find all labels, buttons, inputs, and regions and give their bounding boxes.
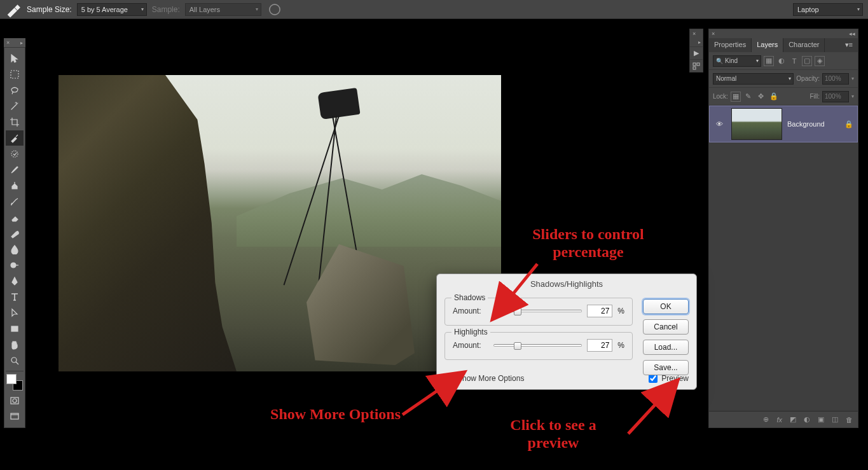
svg-line-12 bbox=[510, 264, 537, 298]
tab-properties[interactable]: Properties bbox=[709, 38, 752, 52]
pixel-filter-icon[interactable]: ▦ bbox=[764, 56, 774, 66]
brush-tool[interactable] bbox=[6, 162, 24, 177]
dodge-tool[interactable] bbox=[6, 258, 24, 273]
panel-header[interactable]: ×◂◂ bbox=[709, 29, 858, 38]
sample-dropdown: All Layers ▾ bbox=[185, 3, 261, 16]
lock-icon[interactable]: 🔒 bbox=[844, 120, 857, 128]
collapsed-dock[interactable]: × ▸ ▶ bbox=[689, 29, 703, 73]
svg-point-3 bbox=[11, 263, 16, 268]
opacity-value[interactable]: 100% bbox=[822, 73, 849, 85]
eyedropper-tool[interactable] bbox=[6, 130, 24, 146]
fill-value[interactable]: 100% bbox=[822, 91, 849, 102]
lasso-tool[interactable] bbox=[6, 83, 24, 98]
svg-rect-9 bbox=[693, 63, 696, 66]
preview-checkbox[interactable]: Preview bbox=[649, 374, 689, 383]
layer-name[interactable]: Background bbox=[785, 120, 844, 128]
toolbar-header[interactable]: ×▸ bbox=[4, 38, 25, 47]
layer-list: 👁 Background 🔒 bbox=[709, 106, 858, 411]
layer-row-background[interactable]: 👁 Background 🔒 bbox=[709, 106, 858, 142]
close-icon[interactable]: × bbox=[690, 29, 703, 38]
new-layer-icon[interactable]: ◫ bbox=[832, 415, 838, 424]
adjustment-layer-icon[interactable]: ◐ bbox=[804, 415, 810, 424]
play-icon[interactable]: ▶ bbox=[690, 46, 703, 59]
panel-icon[interactable] bbox=[690, 59, 703, 72]
layers-panel: ×◂◂ Properties Layers Character ▾≡ 🔍Kind… bbox=[708, 29, 858, 428]
lock-transparency-icon[interactable]: ▦ bbox=[731, 92, 741, 102]
trash-icon[interactable]: 🗑 bbox=[846, 416, 853, 424]
move-tool[interactable] bbox=[6, 51, 24, 66]
lock-position-icon[interactable]: ✥ bbox=[756, 92, 766, 102]
chevron-down-icon: ▾ bbox=[857, 6, 860, 12]
blur-tool[interactable] bbox=[6, 242, 24, 257]
eyedropper-tool-icon[interactable] bbox=[5, 3, 22, 16]
shadows-legend: Shadows bbox=[451, 293, 488, 302]
show-more-label: Show More Options bbox=[457, 374, 524, 383]
foreground-color-swatch[interactable] bbox=[6, 374, 17, 384]
canvas-image[interactable] bbox=[59, 75, 501, 371]
highlights-amount-input[interactable] bbox=[587, 339, 612, 352]
eraser-tool[interactable] bbox=[6, 210, 24, 225]
collapse-icon[interactable]: ◂◂ bbox=[849, 31, 855, 37]
group-icon[interactable]: ▣ bbox=[818, 415, 824, 424]
gradient-tool[interactable] bbox=[6, 226, 24, 241]
tab-layers[interactable]: Layers bbox=[752, 38, 783, 52]
panel-menu-icon[interactable]: ▾≡ bbox=[840, 38, 858, 52]
shape-filter-icon[interactable]: ▢ bbox=[802, 56, 812, 66]
preview-checkbox-input[interactable] bbox=[649, 374, 658, 383]
blend-row: Normal▾ Opacity: 100% ▾ bbox=[709, 70, 858, 88]
load-button[interactable]: Load... bbox=[643, 340, 689, 355]
blend-mode-dropdown[interactable]: Normal▾ bbox=[713, 73, 794, 85]
ok-button[interactable]: OK bbox=[643, 299, 689, 314]
shadows-amount-label: Amount: bbox=[453, 307, 488, 315]
slider-thumb-icon[interactable] bbox=[514, 342, 521, 350]
close-icon[interactable]: × bbox=[4, 39, 10, 46]
clone-stamp-tool[interactable] bbox=[6, 178, 24, 193]
quick-mask-toggle[interactable] bbox=[6, 393, 24, 408]
layer-thumbnail[interactable] bbox=[731, 108, 782, 140]
crop-tool[interactable] bbox=[6, 114, 24, 130]
annotation-sliders: Sliders to control percentage bbox=[509, 226, 668, 261]
highlights-amount-slider[interactable] bbox=[493, 344, 582, 347]
tools-panel bbox=[4, 47, 25, 428]
save-button[interactable]: Save... bbox=[643, 360, 689, 375]
zoom-tool[interactable] bbox=[6, 353, 24, 368]
pen-tool[interactable] bbox=[6, 273, 24, 289]
type-tool[interactable] bbox=[6, 289, 24, 305]
shadows-amount-input[interactable] bbox=[587, 305, 612, 317]
sample-size-label: Sample Size: bbox=[27, 5, 72, 14]
healing-brush-tool[interactable] bbox=[6, 146, 24, 162]
shadows-amount-slider[interactable] bbox=[493, 310, 582, 312]
shadows-highlights-dialog: Shadows/Highlights Shadows Amount: % Hig… bbox=[436, 273, 697, 390]
visibility-toggle-icon[interactable]: 👁 bbox=[710, 120, 729, 128]
history-brush-tool[interactable] bbox=[6, 194, 24, 209]
marquee-tool[interactable] bbox=[6, 67, 24, 82]
hand-tool[interactable] bbox=[6, 337, 24, 352]
lock-all-icon[interactable]: 🔒 bbox=[769, 92, 779, 102]
cancel-button[interactable]: Cancel bbox=[643, 319, 689, 335]
svg-rect-10 bbox=[697, 63, 699, 66]
blend-mode-value: Normal bbox=[716, 75, 736, 82]
sample-size-dropdown[interactable]: 5 by 5 Average ▾ bbox=[77, 3, 147, 16]
screen-mode-toggle[interactable] bbox=[6, 409, 24, 424]
lock-pixels-icon[interactable]: ✎ bbox=[743, 92, 754, 102]
ring-icon[interactable] bbox=[266, 3, 283, 16]
adjustment-filter-icon[interactable]: ◐ bbox=[776, 56, 787, 66]
link-layers-icon[interactable]: ⊕ bbox=[763, 415, 769, 424]
type-filter-icon[interactable]: T bbox=[789, 56, 799, 66]
smart-filter-icon[interactable]: ◈ bbox=[815, 56, 825, 66]
slider-thumb-icon[interactable] bbox=[514, 308, 521, 315]
workspace-dropdown[interactable]: Laptop ▾ bbox=[793, 3, 863, 16]
magic-wand-tool[interactable] bbox=[6, 99, 24, 114]
close-icon[interactable]: × bbox=[712, 31, 715, 37]
path-selection-tool[interactable] bbox=[6, 305, 24, 321]
dialog-title: Shadows/Highlights bbox=[437, 274, 696, 294]
panel-tabs: Properties Layers Character ▾≡ bbox=[709, 38, 858, 52]
mask-icon[interactable]: ◩ bbox=[790, 415, 796, 424]
chevron-down-icon: ▾ bbox=[256, 6, 258, 12]
fx-icon[interactable]: fx bbox=[776, 416, 782, 424]
kind-filter-dropdown[interactable]: 🔍Kind▾ bbox=[713, 55, 761, 67]
show-more-options-checkbox[interactable]: Show More Options bbox=[444, 374, 524, 383]
rectangle-tool[interactable] bbox=[6, 321, 24, 336]
color-swatches[interactable] bbox=[6, 374, 23, 391]
tab-character[interactable]: Character bbox=[783, 38, 825, 52]
